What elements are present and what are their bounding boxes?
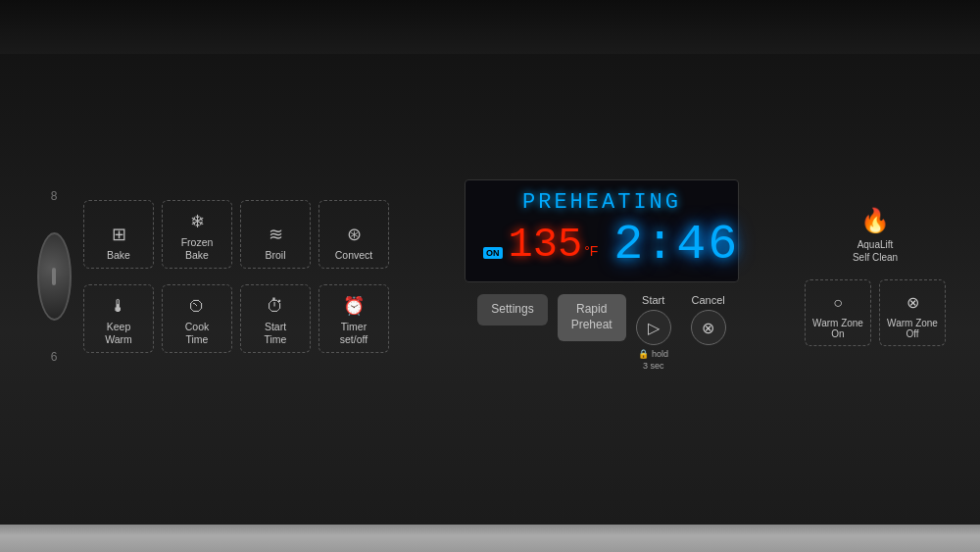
- warm-zone-off-icon: ⊗: [906, 293, 919, 312]
- bake-label: Bake: [107, 249, 130, 262]
- warm-zone-on-button[interactable]: ○ Warm Zone On: [805, 279, 871, 346]
- keep-warm-button[interactable]: 🌡 KeepWarm: [83, 284, 154, 353]
- start-time-button[interactable]: ⏱ StartTime: [240, 284, 311, 353]
- cook-time-label: CookTime: [185, 321, 210, 345]
- warm-zone-off-label: Warm Zone Off: [884, 318, 941, 339]
- cook-time-button[interactable]: ⏲ CookTime: [162, 284, 232, 353]
- start-cancel-group: Start ▷ 🔒 hold3 sec Cancel ⊗: [636, 294, 726, 372]
- start-item: Start ▷ 🔒 hold3 sec: [636, 294, 671, 372]
- temp-section: ON 135 °F: [483, 225, 598, 266]
- settings-button[interactable]: Settings: [477, 294, 547, 326]
- aqualift-label: AquaLiftSelf Clean: [853, 238, 898, 264]
- aqualift-button[interactable]: 🔥 AquaLiftSelf Clean: [853, 207, 898, 264]
- timer-setoff-button[interactable]: ⏰ Timerset/off: [318, 284, 389, 353]
- center-display: PREHEATING ON 135 °F 2:46 Settings Rapid…: [428, 179, 775, 372]
- bake-icon: ⊞: [112, 226, 126, 243]
- keep-warm-label: KeepWarm: [105, 321, 132, 345]
- warm-zone-on-icon: ○: [833, 294, 843, 312]
- start-time-label: StartTime: [265, 321, 287, 345]
- start-time-icon: ⏱: [267, 297, 284, 315]
- temp-value: 135: [509, 225, 583, 266]
- preheating-text: PREHEATING: [483, 190, 720, 215]
- oven-knob[interactable]: [37, 232, 72, 321]
- rapid-preheat-button[interactable]: RapidPreheat: [558, 294, 626, 340]
- start-button[interactable]: ▷: [636, 310, 671, 345]
- button-row-2: 🌡 KeepWarm ⏲ CookTime ⏱ StartTime ⏰ Time…: [83, 284, 389, 353]
- convect-label: Convect: [335, 249, 373, 262]
- cancel-button[interactable]: ⊗: [691, 310, 726, 345]
- button-row-1: ⊞ Bake ❄ FrozenBake ≋ Broil ⊛ Convect: [83, 200, 389, 269]
- broil-icon: ≋: [269, 226, 283, 243]
- cancel-icon: ⊗: [702, 319, 714, 337]
- bake-button[interactable]: ⊞ Bake: [83, 200, 154, 269]
- aqualift-icon: 🔥: [860, 207, 890, 234]
- cook-time-icon: ⏲: [188, 297, 206, 315]
- warm-row: ○ Warm Zone On ⊗ Warm Zone Off: [805, 279, 946, 346]
- warm-zone-on-label: Warm Zone On: [809, 318, 866, 339]
- keep-warm-icon: 🌡: [110, 297, 127, 315]
- hold-text: 🔒 hold3 sec: [638, 349, 668, 372]
- temp-unit: °F: [584, 243, 598, 259]
- cancel-label: Cancel: [692, 294, 725, 306]
- warm-zone-off-button[interactable]: ⊗ Warm Zone Off: [879, 279, 946, 346]
- oven-panel: 8 6 ⊞ Bake ❄ FrozenBake ≋ Broil: [0, 0, 980, 552]
- display-row: ON 135 °F 2:46: [483, 221, 720, 270]
- left-controls: ⊞ Bake ❄ FrozenBake ≋ Broil ⊛ Convect: [83, 200, 389, 353]
- knob-area: 8 6: [34, 178, 74, 375]
- convect-button[interactable]: ⊛ Convect: [318, 200, 389, 269]
- below-display-controls: Settings RapidPreheat Start ▷ 🔒 hold3 se…: [428, 294, 775, 372]
- timer-setoff-label: Timerset/off: [340, 321, 368, 345]
- convect-icon: ⊛: [347, 226, 362, 243]
- frozen-bake-label: FrozenBake: [181, 236, 214, 261]
- right-controls: 🔥 AquaLiftSelf Clean ○ Warm Zone On ⊗ Wa…: [805, 207, 946, 346]
- frozen-bake-icon: ❄: [190, 213, 205, 230]
- broil-button[interactable]: ≋ Broil: [240, 200, 311, 269]
- frozen-bake-button[interactable]: ❄ FrozenBake: [162, 200, 232, 269]
- cancel-item: Cancel ⊗: [691, 294, 726, 345]
- broil-label: Broil: [265, 249, 285, 262]
- display-screen: PREHEATING ON 135 °F 2:46: [465, 179, 739, 282]
- time-value: 2:46: [613, 221, 739, 270]
- start-label: Start: [642, 294, 664, 306]
- knob-mark-6: 6: [51, 350, 58, 364]
- timer-setoff-icon: ⏰: [343, 297, 365, 315]
- start-icon: ▷: [648, 319, 660, 337]
- on-badge: ON: [483, 247, 503, 259]
- knob-mark-8: 8: [51, 189, 58, 203]
